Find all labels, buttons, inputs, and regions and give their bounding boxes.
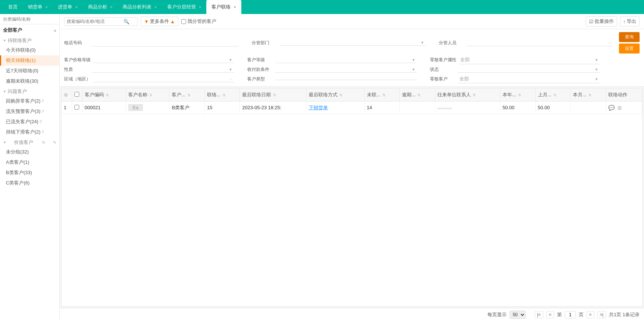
sidebar-search-input[interactable] bbox=[3, 17, 58, 22]
sort-icon[interactable]: ⇅ bbox=[223, 93, 225, 97]
ellipsis-icon[interactable]: ··· bbox=[229, 77, 232, 81]
more-filter-button[interactable]: ▼ 更多条件 ▲ bbox=[141, 17, 178, 26]
filter-payment-select[interactable]: ▼ bbox=[275, 67, 417, 73]
action-more-icon[interactable]: ⊞ bbox=[617, 105, 622, 111]
filter-retail-attr: 零散客户属性 全部 ▼ bbox=[430, 56, 600, 64]
row-checkbox[interactable] bbox=[72, 101, 82, 114]
nav-sales-order[interactable]: 销货单 × bbox=[23, 0, 53, 14]
close-icon[interactable]: × bbox=[110, 5, 112, 9]
close-icon[interactable]: × bbox=[199, 5, 201, 9]
query-button[interactable]: 查询 bbox=[619, 32, 640, 42]
sidebar-all-customers[interactable]: 全部客户 « bbox=[0, 24, 59, 35]
select-all-checkbox[interactable] bbox=[74, 92, 79, 97]
nav-customer-contact[interactable]: 客户联络 × bbox=[206, 0, 241, 14]
sidebar-item-overdue-contact[interactable]: 逾期未联络(30) bbox=[0, 76, 59, 86]
row-type: B类客户 bbox=[169, 101, 205, 114]
close-icon[interactable]: × bbox=[234, 5, 236, 9]
row-code: 000021 bbox=[82, 101, 126, 114]
row-name: Ea bbox=[126, 101, 169, 114]
sidebar-group-problem-customers[interactable]: 问题客户 bbox=[0, 86, 59, 96]
filter-retail-attr-select[interactable]: 全部 ▼ bbox=[459, 56, 600, 64]
customer-table: ⚙ 客户编码 ⇅ 客户名称 ⇅ bbox=[61, 88, 643, 307]
settings-button[interactable]: 设置 bbox=[619, 44, 640, 54]
sort-icon[interactable]: ⇅ bbox=[382, 93, 385, 97]
filter-region: 区域（地区） ··· bbox=[64, 76, 234, 82]
sidebar-item-b-class[interactable]: B类客户(33) bbox=[0, 168, 59, 178]
collapse-icon[interactable]: « bbox=[54, 28, 56, 33]
nav-customer-tier[interactable]: 客户分层经营 × bbox=[162, 0, 206, 14]
nav-product-analysis-list[interactable]: 商品分析列表 × bbox=[118, 0, 162, 14]
search-bar[interactable]: 🔍 bbox=[64, 17, 138, 26]
sort-icon[interactable]: ⇅ bbox=[473, 93, 476, 97]
my-customers-checkbox-label[interactable]: 我分管的客户 bbox=[181, 18, 216, 25]
sort-icon[interactable]: ⇅ bbox=[149, 93, 152, 97]
search-input[interactable] bbox=[67, 19, 122, 24]
next-page-button[interactable]: > bbox=[587, 311, 594, 318]
sidebar-item-lost-customers[interactable]: 已流失客户(24) ? bbox=[0, 117, 59, 127]
sort-icon[interactable]: ⇅ bbox=[106, 93, 109, 97]
row-this-year: 50.00 bbox=[500, 101, 536, 114]
sidebar-group-pending-contact[interactable]: 待联络客户 bbox=[0, 35, 59, 45]
page-number-input[interactable] bbox=[565, 311, 576, 318]
close-icon[interactable]: × bbox=[45, 5, 48, 9]
sidebar-item-a-class[interactable]: A类客户(1) bbox=[0, 157, 59, 168]
nav-product-analysis[interactable]: 商品分析 × bbox=[83, 0, 118, 14]
refresh-icon[interactable]: ↻ bbox=[42, 140, 45, 145]
filter-retail-customer: 零散客户 全部 ▼ bbox=[430, 75, 600, 83]
search-icon[interactable]: 🔍 bbox=[123, 19, 129, 24]
ellipsis-icon[interactable]: ··· bbox=[608, 41, 612, 45]
sidebar-item-7day-contact[interactable]: 近7天待联络(0) bbox=[0, 66, 59, 76]
row-last-contact-method[interactable]: 下销货单 bbox=[306, 101, 364, 114]
prev-page-button[interactable]: < bbox=[546, 311, 554, 318]
row-select-checkbox[interactable] bbox=[74, 105, 79, 110]
batch-action-button[interactable]: ☑ 批量操作 bbox=[586, 16, 617, 27]
first-page-button[interactable]: |< bbox=[535, 311, 543, 318]
filter-status-select[interactable]: ▼ bbox=[458, 67, 600, 73]
sort-icon[interactable]: ⇅ bbox=[339, 93, 342, 97]
filter-gender-select[interactable]: ▼ bbox=[92, 67, 234, 73]
col-checkbox[interactable] bbox=[72, 89, 82, 101]
row-contact-person bbox=[435, 101, 500, 114]
edit-icon[interactable]: ✎ bbox=[53, 140, 56, 145]
sidebar-group-value-customers[interactable]: 价值客户 ↻ ✎ bbox=[0, 137, 59, 147]
sort-icon[interactable]: ⇅ bbox=[273, 93, 276, 97]
my-customers-checkbox[interactable] bbox=[181, 19, 186, 24]
sidebar-item-ungrouped[interactable]: 未分组(32) bbox=[0, 147, 59, 157]
sort-icon[interactable]: ⇅ bbox=[417, 93, 420, 97]
filter-person-select[interactable]: ··· bbox=[467, 40, 613, 46]
close-icon[interactable]: × bbox=[75, 5, 77, 9]
close-icon[interactable]: × bbox=[154, 5, 157, 9]
sort-icon[interactable]: ⇅ bbox=[553, 93, 556, 97]
settings-icon[interactable]: ⚙ bbox=[64, 92, 68, 98]
sidebar-search-bar[interactable]: 🔍 bbox=[0, 14, 59, 24]
sort-icon[interactable]: ⇅ bbox=[588, 93, 591, 97]
col-customer-type: 客户... ⇅ bbox=[169, 89, 205, 101]
filter-phone-input[interactable] bbox=[92, 39, 238, 46]
sidebar-item-tomorrow-contact[interactable]: 明天待联络(1) bbox=[0, 55, 59, 66]
nav-home[interactable]: 首页 bbox=[3, 0, 23, 14]
sidebar-item-today-contact[interactable]: 今天待联络(0) bbox=[0, 45, 59, 55]
filter-region-select[interactable]: ··· bbox=[93, 76, 234, 82]
row-last-contact-date: 2023-05-23 18:25: bbox=[240, 101, 306, 114]
filter-customer-type-select[interactable] bbox=[275, 78, 417, 80]
help-icon: ? bbox=[42, 109, 44, 114]
sidebar-item-churn-warning[interactable]: 流失预警客户(3) ? bbox=[0, 106, 59, 117]
col-last-month: 上月... ⇅ bbox=[535, 89, 571, 101]
export-button[interactable]: ↑ 导出 bbox=[620, 16, 640, 27]
per-page-select[interactable]: 50 bbox=[510, 311, 526, 319]
filter-customer-price-select[interactable]: ▼ bbox=[93, 57, 234, 63]
sidebar-item-repurchase-abnormal[interactable]: 回购异常客户(2) ? bbox=[0, 96, 59, 106]
action-contact-icon[interactable]: 💬 bbox=[608, 105, 615, 111]
filter-dept: 分管部门 ▼ bbox=[252, 40, 426, 46]
sidebar-item-c-class[interactable]: C类客户(6) bbox=[0, 178, 59, 188]
col-settings[interactable]: ⚙ bbox=[62, 89, 72, 101]
sort-icon[interactable]: ⇅ bbox=[188, 93, 190, 97]
sort-icon[interactable]: ⇅ bbox=[518, 93, 521, 97]
filter-customer-level-select[interactable]: ▼ bbox=[275, 57, 417, 63]
last-page-button[interactable]: >| bbox=[597, 311, 606, 318]
sidebar-item-declining-customers[interactable]: 持续下滑客户(2) ? bbox=[0, 127, 59, 137]
filter-dept-select[interactable]: ▼ bbox=[280, 40, 426, 46]
filter-retail-customer-select[interactable]: 全部 ▼ bbox=[458, 75, 600, 83]
col-contact-person: 往来单位联系人 ⇅ bbox=[435, 89, 500, 101]
nav-purchase-order[interactable]: 进货单 × bbox=[53, 0, 83, 14]
